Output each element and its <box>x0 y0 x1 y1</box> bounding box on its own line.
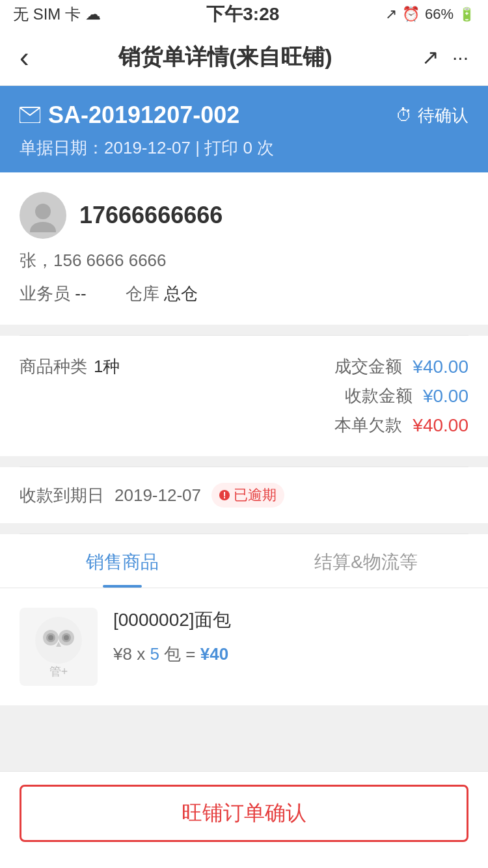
customer-card: 17666666666 张，156 6666 6666 业务员 -- 仓库 总仓 <box>0 172 488 325</box>
owed-value: ¥40.00 <box>413 415 468 436</box>
price-per-unit: ¥8 <box>113 644 132 664</box>
due-date-card: 收款到期日 2019-12-07 ! 已逾期 <box>0 467 488 523</box>
category-value: 1种 <box>94 355 120 378</box>
bottom-bar: 旺铺订单确认 <box>0 771 488 868</box>
svg-point-2 <box>30 222 56 232</box>
alarm-icon: ⏰ <box>402 6 420 23</box>
unit-label: 包 <box>164 644 181 664</box>
product-name: [0000002]面包 <box>113 608 468 632</box>
received-row: 收款金额 ¥0.00 <box>345 385 468 407</box>
battery-icon: 🔋 <box>459 7 475 22</box>
salesperson-field: 业务员 -- <box>20 282 87 305</box>
tab-sales-products[interactable]: 销售商品 <box>0 534 244 588</box>
product-list: 管+ [0000002]面包 ¥8 x 5 包 = ¥40 <box>0 588 488 705</box>
amount-row: 成交金额 ¥40.00 <box>334 355 468 378</box>
owed-label: 本单欠款 <box>334 414 402 437</box>
received-value: ¥0.00 <box>423 386 468 407</box>
product-thumb-icon: 管+ <box>33 614 85 679</box>
back-button[interactable]: ‹ <box>20 41 29 74</box>
stats-left: 商品种类 1种 <box>20 355 120 378</box>
owed-row: 本单欠款 ¥40.00 <box>334 414 468 437</box>
product-qty: 5 <box>150 644 159 664</box>
category-row: 商品种类 1种 <box>20 355 120 378</box>
order-header: SA-20191207-002 ⏱ 待确认 单据日期：2019-12-07 | … <box>0 86 488 172</box>
share-button[interactable]: ↗ <box>422 45 439 70</box>
amount-value: ¥40.00 <box>413 357 468 377</box>
product-item: 管+ [0000002]面包 ¥8 x 5 包 = ¥40 <box>0 588 488 705</box>
overdue-icon: ! <box>219 490 230 500</box>
tabs: 销售商品 结算&物流等 <box>0 534 488 588</box>
received-label: 收款金额 <box>345 385 413 407</box>
order-id: SA-20191207-002 <box>20 102 239 129</box>
nav-bar: ‹ 销货单详情(来自旺铺) ↗ ··· <box>0 29 488 86</box>
svg-point-3 <box>35 617 82 664</box>
svg-point-9 <box>64 635 69 640</box>
confirm-order-button[interactable]: 旺铺订单确认 <box>20 785 468 842</box>
product-price: ¥8 x 5 包 = ¥40 <box>113 643 468 666</box>
nav-right: ↗ ··· <box>422 45 468 70</box>
category-label: 商品种类 <box>20 355 87 378</box>
order-status: ⏱ 待确认 <box>396 104 468 127</box>
order-icon <box>20 102 40 129</box>
more-button[interactable]: ··· <box>452 46 468 68</box>
product-info: [0000002]面包 ¥8 x 5 包 = ¥40 <box>113 608 468 666</box>
customer-meta: 业务员 -- 仓库 总仓 <box>20 282 468 305</box>
battery-status: 66% <box>425 6 454 23</box>
status-right: ↗ ⏰ 66% 🔋 <box>385 6 475 23</box>
status-bar: 无 SIM 卡 ☁ 下午3:28 ↗ ⏰ 66% 🔋 <box>0 0 488 29</box>
amount-label: 成交金额 <box>334 355 402 378</box>
tab-settlement[interactable]: 结算&物流等 <box>244 534 488 588</box>
nav-left: ‹ <box>20 41 29 74</box>
status-clock-icon: ⏱ <box>396 105 413 126</box>
warehouse-field: 仓库 总仓 <box>126 282 198 305</box>
status-time: 下午3:28 <box>206 2 279 27</box>
equals-sign: = <box>185 644 200 664</box>
overdue-text: 已逾期 <box>234 485 277 505</box>
due-date-label: 收款到期日 <box>20 484 104 507</box>
page-title: 销货单详情(来自旺铺) <box>118 42 332 72</box>
product-thumbnail: 管+ <box>20 608 98 686</box>
avatar <box>20 192 66 239</box>
svg-point-1 <box>35 204 51 219</box>
svg-point-8 <box>48 635 53 640</box>
stats-right: 成交金额 ¥40.00 收款金额 ¥0.00 本单欠款 ¥40.00 <box>334 355 468 437</box>
customer-phone: 17666666666 <box>79 202 223 229</box>
status-left: 无 SIM 卡 ☁ <box>13 4 101 25</box>
location-icon: ↗ <box>385 6 397 23</box>
product-total: ¥40 <box>200 644 228 664</box>
due-date-value: 2019-12-07 <box>115 485 201 506</box>
price-separator: x <box>137 644 150 664</box>
sim-status: 无 SIM 卡 ☁ <box>13 4 101 25</box>
overdue-badge: ! 已逾期 <box>211 483 284 508</box>
stats-card: 商品种类 1种 成交金额 ¥40.00 收款金额 ¥0.00 本单欠款 ¥40.… <box>0 336 488 456</box>
order-date: 单据日期：2019-12-07 | 打印 0 次 <box>20 137 468 159</box>
customer-name: 张，156 6666 6666 <box>20 249 468 272</box>
